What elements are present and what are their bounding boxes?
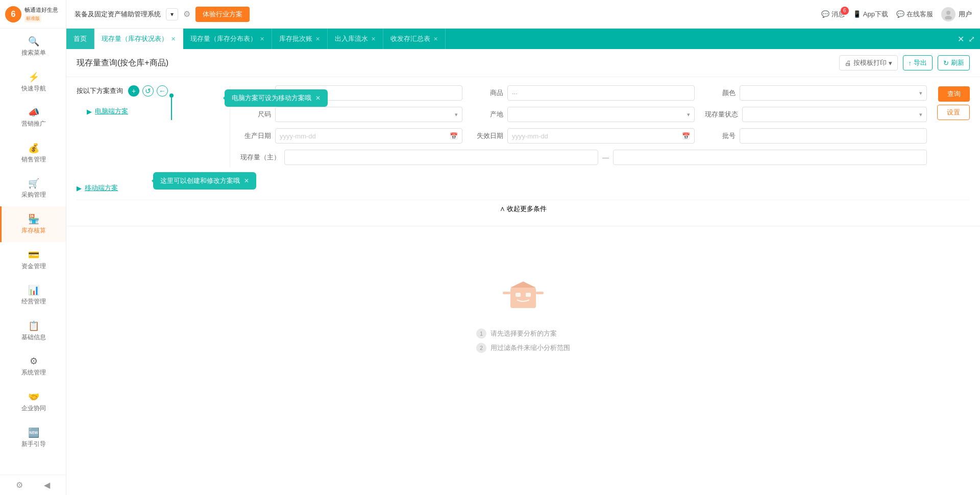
step-2-text: 用过滤条件来缩小分析范围 [491, 343, 570, 352]
basic-icon: 📋 [28, 320, 39, 332]
system-select[interactable]: ▾ [166, 8, 178, 20]
tab-close-icon[interactable]: ✕ [260, 36, 264, 42]
sidebar-item-sales[interactable]: 💰 销售管理 [0, 135, 66, 171]
phone-icon: 📱 [853, 10, 861, 18]
sidebar-item-quick-nav[interactable]: ⚡ 快速导航 [0, 64, 66, 100]
industry-btn[interactable]: 体验行业方案 [195, 7, 250, 22]
prod-date-label: 生产日期 [240, 131, 271, 140]
product-select[interactable]: ··· [507, 85, 695, 101]
sidebar-item-finance[interactable]: 💳 资金管理 [0, 242, 66, 278]
sidebar-item-search[interactable]: 🔍 搜索菜单 [0, 29, 66, 64]
filter-fields: 仓库 ··· 商品 ··· [230, 85, 927, 167]
scheme-tooltip-text: 电脑方案可设为移动方案哦 [232, 93, 311, 103]
sidebar-item-label: 营销推广 [21, 120, 46, 128]
online-support-btn[interactable]: 💬 在线客服 [896, 10, 933, 19]
svg-rect-6 [503, 292, 510, 294]
tab-close-icon[interactable]: ✕ [315, 36, 320, 42]
sidebar-item-basic[interactable]: 📋 基础信息 [0, 313, 66, 349]
enterprise-icon: 🤝 [28, 391, 39, 403]
refresh-btn[interactable]: ↻ 刷新 [938, 55, 970, 70]
export-btn[interactable]: ↑ 导出 [903, 55, 933, 70]
exp-date-input[interactable]: yyyy-mm-dd 📅 [507, 128, 695, 144]
batch-input[interactable] [740, 128, 927, 144]
add-scheme-btn[interactable]: + [128, 85, 139, 97]
origin-dropdown-icon: ▾ [687, 111, 690, 118]
empty-state: 1 请先选择要分析的方案 2 用过滤条件来缩小分析范围 [66, 226, 980, 394]
tab-close-icon[interactable]: ✕ [371, 36, 376, 42]
exp-date-label: 失效日期 [473, 131, 503, 140]
sidebar-item-label: 资金管理 [21, 263, 46, 271]
settings-icon[interactable]: ⚙ [183, 9, 190, 19]
sidebar-item-marketing[interactable]: 📣 营销推广 [0, 100, 66, 135]
user-menu[interactable]: 用户 [941, 7, 972, 21]
export-icon: ↑ [909, 59, 912, 67]
search-btn[interactable]: 查询 [938, 86, 970, 102]
tab-close-icon[interactable]: ✕ [433, 36, 438, 42]
tab-home[interactable]: 首页 [66, 29, 94, 49]
sidebar-item-label: 经营管理 [21, 298, 46, 306]
desktop-scheme-label: 电脑端方案 [95, 107, 128, 116]
collapse-more-btn[interactable]: ∧ 收起更多条件 [77, 200, 970, 218]
sidebar-item-purchase[interactable]: 🛒 采购管理 [0, 171, 66, 206]
sidebar-item-system[interactable]: ⚙ 系统管理 [0, 348, 66, 384]
tab-inout-flow[interactable]: 出入库流水 ✕ [328, 29, 383, 49]
scheme-tooltip: 电脑方案可设为移动方案哦 ✕ [225, 89, 328, 107]
app-download-btn[interactable]: 📱 App下载 [853, 10, 888, 19]
system-icon: ⚙ [30, 356, 38, 367]
tab-close-icon[interactable]: ✕ [171, 36, 176, 42]
sidebar-item-enterprise[interactable]: 🤝 企业协同 [0, 384, 66, 420]
message-btn[interactable]: 💬 消息 6 [821, 10, 845, 19]
page-actions: 🖨 按模板打印 ▾ ↑ 导出 ↻ 刷新 [839, 55, 970, 70]
sidebar-item-guide[interactable]: 🆕 新手引导 [0, 420, 66, 456]
close-tab-icon[interactable]: ✕ [958, 34, 964, 44]
print-btn[interactable]: 🖨 按模板打印 ▾ [839, 55, 898, 70]
scheme-tooltip-close[interactable]: ✕ [315, 95, 321, 102]
color-select[interactable]: ▾ [740, 85, 927, 101]
sidebar-item-label: 搜索菜单 [21, 49, 46, 57]
size-label: 尺码 [240, 110, 271, 119]
calendar-icon-2: 📅 [682, 132, 690, 140]
svg-rect-2 [510, 288, 536, 308]
marketing-icon: 📣 [28, 107, 39, 118]
qty-min-input[interactable] [284, 150, 598, 165]
tab-batch-ledger[interactable]: 库存批次账 ✕ [272, 29, 328, 49]
search-buttons-area: 查询 设置 [937, 85, 970, 120]
empty-step-2: 2 用过滤条件来缩小分析范围 [476, 343, 570, 353]
system-title: 装备及固定资产辅助管理系统 [75, 10, 161, 19]
purchase-icon: 🛒 [28, 178, 39, 189]
refresh-icon: ↻ [943, 59, 949, 67]
desktop-scheme-item[interactable]: ▶ 电脑端方案 [87, 104, 230, 119]
edit-tooltip-close[interactable]: ✕ [244, 177, 249, 184]
empty-illustration [498, 267, 549, 318]
inv-status-select[interactable]: ▾ [742, 107, 927, 122]
back-scheme-btn[interactable]: ← [157, 85, 168, 97]
sidebar: 6 畅通道好生意 标准版 🔍 搜索菜单 ⚡ 快速导航 📣 营销推广 💰 销售管理 [0, 0, 66, 495]
filter-row-product: 商品 ··· [473, 85, 695, 101]
tab-receive-summary[interactable]: 收发存汇总表 ✕ [383, 29, 446, 49]
reset-scheme-btn[interactable]: ↺ [142, 85, 154, 97]
tab-inventory-dist[interactable]: 现存量（库存分布表） ✕ [183, 29, 272, 49]
avatar [941, 7, 955, 21]
expand-icon[interactable]: ⤢ [968, 34, 975, 44]
step-num-1: 1 [476, 328, 486, 339]
collapse-sidebar-icon[interactable]: ◀ [44, 480, 50, 490]
operation-icon: 📊 [28, 285, 39, 296]
quick-nav-icon: ⚡ [28, 72, 39, 83]
exp-date-placeholder: yyyy-mm-dd [512, 132, 548, 140]
sidebar-item-operation[interactable]: 📊 经营管理 [0, 277, 66, 313]
prod-date-input[interactable]: yyyy-mm-dd 📅 [275, 128, 462, 144]
size-select[interactable]: ▾ [275, 107, 462, 122]
reset-search-btn[interactable]: 设置 [937, 105, 970, 120]
settings-bottom-icon[interactable]: ⚙ [16, 480, 23, 490]
inventory-icon: 🏪 [28, 214, 39, 225]
sidebar-item-inventory[interactable]: 🏪 库存核算 [0, 206, 66, 242]
qty-label: 现存量（主） [240, 153, 280, 162]
sidebar-item-label: 新手引导 [21, 440, 46, 449]
qty-max-input[interactable] [613, 150, 927, 165]
topbar-right: 💬 消息 6 📱 App下载 💬 在线客服 用户 [821, 7, 972, 21]
chevron-up-icon: ∧ [500, 205, 505, 213]
origin-select[interactable]: ▾ [507, 107, 695, 122]
sales-icon: 💰 [28, 143, 39, 154]
finance-icon: 💳 [28, 249, 39, 261]
tab-inventory-status[interactable]: 现存量（库存状况表） ✕ [94, 29, 183, 49]
